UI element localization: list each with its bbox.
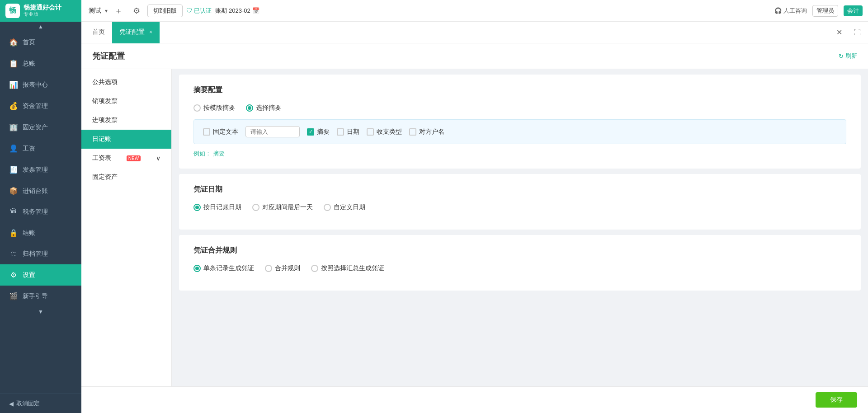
fixed-text-input[interactable] [245,126,300,137]
add-button[interactable]: ＋ [111,4,126,18]
sidebar-label-tax: 税务管理 [23,208,48,216]
main-layout: ▲ 🏠 首页 📋 总账 📊 报表中心 💰 资金管理 🏢 固定资产 👤 工资 🧾 … [0,22,868,413]
home-icon: 🏠 [9,38,18,47]
tab-home[interactable]: 首页 [85,22,112,43]
fixed-text-checkbox [203,128,210,136]
nav-item-payroll-table[interactable]: 工资表 NEW ∨ [81,149,171,168]
sidebar-scroll-up[interactable]: ▲ [0,22,81,32]
sidebar: ▲ 🏠 首页 📋 总账 📊 报表中心 💰 资金管理 🏢 固定资产 👤 工资 🧾 … [0,22,81,413]
checkbox-pay-type[interactable]: 收支类型 [367,128,402,136]
date-section-title: 凭证日期 [193,185,846,194]
headset-icon: 🎧 [774,7,782,14]
user-tag[interactable]: 管理员 [812,5,838,17]
radio-single-record[interactable]: 单条记录生成凭证 [193,264,254,272]
tab-config-label: 凭证配置 [119,28,145,36]
fullscreen-button[interactable]: ⛶ [850,25,864,40]
sidebar-scroll-down[interactable]: ▼ [0,307,81,317]
settings-icon-button[interactable]: ⚙ [129,4,144,18]
checkbox-summary[interactable]: ✓ 摘要 [307,128,330,136]
sidebar-label-reports: 报表中心 [23,81,48,89]
sidebar-item-tax[interactable]: 🏛 税务管理 [0,202,81,222]
sidebar-item-settings[interactable]: ⚙ 设置 [0,264,81,286]
radio-custom-date[interactable]: 自定义日期 [324,203,365,211]
switch-old-version-button[interactable]: 切到旧版 [147,5,183,17]
sidebar-item-archive[interactable]: 🗂 归档管理 [0,244,81,264]
settings-icon: ⚙ [9,271,18,279]
summary-checkbox-row: 固定文本 ✓ 摘要 日期 [193,119,846,144]
nav-item-fixed-assets[interactable]: 固定资产 [81,168,171,187]
chevron-down-icon: ∨ [156,155,160,162]
sidebar-item-invoice[interactable]: 🧾 发票管理 [0,159,81,180]
close-tab-button[interactable]: ✕ [832,25,846,40]
sidebar-item-home[interactable]: 🏠 首页 [0,32,81,53]
header-right: 🎧 人工咨询 管理员 会计 [774,5,863,17]
summary-config-section: 摘要配置 按模版摘要 选择摘要 [179,75,861,169]
sidebar-item-reports[interactable]: 📊 报表中心 [0,74,81,95]
sidebar-item-payroll[interactable]: 👤 工资 [0,138,81,159]
checkbox-date[interactable]: 日期 [337,128,359,136]
sidebar-label-funds: 资金管理 [23,102,48,110]
shield-icon: 🛡 [186,7,192,14]
date-checkbox [337,128,344,136]
reports-icon: 📊 [9,80,18,89]
sidebar-label-guide: 新手引导 [23,292,48,300]
content-area: 首页 凭证配置 × ✕ ⛶ 凭证配置 ↻ 刷新 [81,22,868,413]
page-title: 凭证配置 [92,51,125,69]
cancel-pin-button[interactable]: ◀ 取消固定 [0,394,81,413]
tab-voucher-config[interactable]: 凭证配置 × [112,22,160,43]
app-title-area: 畅 畅捷通好会计 专业版 [0,0,81,22]
page-header: 凭证配置 ↻ 刷新 [81,43,868,69]
sidebar-label-payroll: 工资 [23,145,35,153]
assets-icon: 🏢 [9,123,18,131]
merge-config-section: 凭证合并规则 单条记录生成凭证 合并规则 [179,235,861,291]
left-nav: 公共选项 销项发票 进项发票 日记账 工资表 NEW ∨ [81,69,172,386]
nav-item-sales-invoice[interactable]: 销项发票 [81,92,171,111]
nav-item-purchase-invoice[interactable]: 进项发票 [81,111,171,130]
guide-icon: 🎬 [9,292,18,300]
sidebar-label-close: 结账 [23,229,35,237]
calendar-icon[interactable]: 📅 [252,7,259,14]
refresh-button[interactable]: ↻ 刷新 [839,52,857,67]
header-chevron-icon[interactable]: ▾ [105,8,108,14]
tab-close-button[interactable]: × [149,29,152,35]
archive-icon: 🗂 [9,250,18,258]
radio-template-summary[interactable]: 按模版摘要 [193,104,235,112]
sidebar-item-close-account[interactable]: 🔒 结账 [0,222,81,244]
radio-merge-rule[interactable]: 合并规则 [265,264,300,272]
nav-item-journal[interactable]: 日记账 [81,130,171,149]
summary-checkbox: ✓ [307,128,314,136]
refresh-icon: ↻ [839,53,844,60]
checkbox-counterparty[interactable]: 对方户名 [409,128,444,136]
date-radio-group: 按日记账日期 对应期间最后一天 自定义日期 [193,203,846,211]
sidebar-item-funds[interactable]: 💰 资金管理 [0,95,81,117]
radio-select-merge[interactable]: 按照选择汇总生成凭证 [311,264,384,272]
sales-icon: 📦 [9,187,18,195]
sidebar-item-guide[interactable]: 🎬 新手引导 [0,286,81,307]
period-last-circle [252,204,259,211]
top-header: 畅 畅捷通好会计 专业版 测试 ▾ ＋ ⚙ 切到旧版 🛡 已认证 账期 2023… [0,0,868,22]
payroll-icon: 👤 [9,144,18,153]
radio-journal-date[interactable]: 按日记账日期 [193,203,241,211]
sidebar-item-assets[interactable]: 🏢 固定资产 [0,117,81,138]
single-record-circle [193,265,201,272]
summary-radio-group: 按模版摘要 选择摘要 [193,104,846,112]
radio-period-last[interactable]: 对应期间最后一天 [252,203,313,211]
sidebar-label-invoice: 发票管理 [23,166,48,174]
date-config-section: 凭证日期 按日记账日期 对应期间最后一天 [179,174,861,230]
app-edition: 专业版 [24,11,61,18]
sidebar-item-sales[interactable]: 📦 进销台账 [0,180,81,202]
tab-bar: 首页 凭证配置 × ✕ ⛶ [81,22,868,43]
save-button[interactable]: 保存 [816,392,857,408]
sidebar-item-ledger[interactable]: 📋 总账 [0,53,81,74]
header-project: 测试 [89,7,101,15]
page-content: 凭证配置 ↻ 刷新 公共选项 销项发票 进项发票 [81,43,868,413]
sidebar-label-ledger: 总账 [23,60,35,68]
nav-item-public[interactable]: 公共选项 [81,73,171,92]
example-text: 例如： 摘要 [193,150,846,158]
consult-button[interactable]: 🎧 人工咨询 [774,7,807,15]
sidebar-label-home: 首页 [23,38,35,47]
radio-select-summary[interactable]: 选择摘要 [246,104,281,112]
radio-select-circle [246,104,253,112]
ledger-icon: 📋 [9,59,18,68]
checkbox-fixed-text[interactable]: 固定文本 [203,128,238,136]
